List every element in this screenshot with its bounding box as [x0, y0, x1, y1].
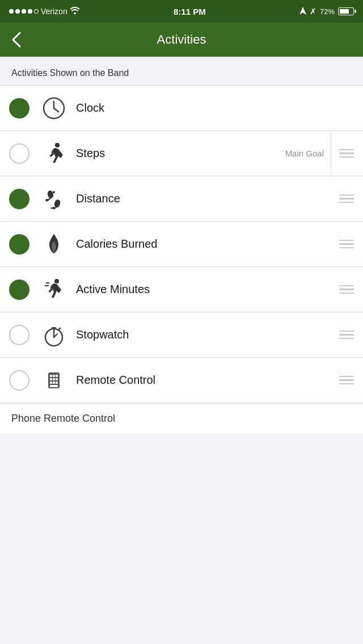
bluetooth-icon: ✗	[310, 7, 316, 16]
svg-rect-27	[56, 378, 58, 380]
drag-line-1	[339, 331, 354, 332]
svg-rect-29	[53, 382, 55, 384]
activity-row-remote-control: Remote Control	[0, 358, 363, 403]
activity-row-distance: Distance	[0, 176, 363, 222]
activity-row-clock: Clock	[0, 86, 363, 131]
drag-line-3	[339, 293, 354, 294]
steps-drag-handle[interactable]	[339, 149, 354, 158]
steps-divider	[331, 131, 331, 176]
distance-icon	[39, 184, 69, 214]
clock-icon	[39, 93, 69, 124]
toggle-clock[interactable]	[9, 98, 29, 118]
signal-dots	[9, 9, 39, 14]
activity-name-active-minutes: Active Minutes	[76, 283, 339, 296]
nav-bar: Activities	[0, 23, 363, 57]
active-minutes-drag-handle[interactable]	[339, 285, 354, 294]
toggle-active-minutes[interactable]	[9, 279, 29, 300]
steps-icon	[39, 138, 69, 169]
activity-name-remote-control: Remote Control	[76, 374, 339, 387]
status-right: ✗ 72%	[299, 7, 354, 16]
calories-drag-handle[interactable]	[339, 240, 354, 249]
svg-line-3	[54, 108, 58, 112]
svg-line-19	[58, 328, 60, 330]
drag-line-1	[339, 376, 354, 378]
activity-name-stopwatch: Stopwatch	[76, 328, 339, 341]
signal-dot-3	[22, 9, 26, 14]
toggle-calories[interactable]	[9, 234, 29, 255]
activity-name-calories: Calories Burned	[76, 238, 339, 251]
status-time: 8:11 PM	[174, 7, 206, 16]
location-icon	[299, 7, 306, 16]
toggle-stopwatch[interactable]	[9, 325, 29, 345]
svg-rect-31	[50, 385, 58, 387]
svg-rect-22	[50, 375, 52, 377]
activity-name-clock: Clock	[76, 101, 354, 115]
back-button[interactable]	[11, 27, 26, 53]
svg-rect-24	[56, 375, 58, 377]
battery-percent: 72%	[320, 7, 335, 16]
activity-row-steps: Steps Main Goal	[0, 131, 363, 176]
drag-line-2	[339, 289, 354, 290]
drag-line-3	[339, 338, 354, 340]
drag-line-2	[339, 152, 354, 154]
toggle-steps[interactable]	[9, 143, 29, 164]
drag-line-2	[339, 379, 354, 381]
bottom-partial-text: Phone Remote Control	[0, 403, 363, 434]
activity-name-steps: Steps	[76, 147, 285, 160]
stopwatch-drag-handle[interactable]	[339, 331, 354, 340]
battery-fill	[340, 9, 349, 14]
svg-rect-26	[53, 378, 55, 380]
toggle-distance[interactable]	[9, 189, 29, 209]
battery-icon-container	[338, 7, 354, 15]
svg-point-12	[51, 207, 53, 209]
drag-line-2	[339, 198, 354, 200]
signal-dot-5	[34, 9, 39, 14]
status-bar: Verizon 8:11 PM ✗ 72%	[0, 0, 363, 23]
drag-line-1	[339, 285, 354, 287]
activity-row-active-minutes: Active Minutes	[0, 267, 363, 312]
drag-line-3	[339, 156, 354, 158]
active-minutes-icon	[39, 274, 69, 305]
stopwatch-icon	[39, 320, 69, 350]
activity-row-calories: Calories Burned	[0, 222, 363, 267]
svg-rect-25	[50, 378, 52, 380]
activity-name-distance: Distance	[76, 192, 339, 205]
page-title: Activities	[157, 32, 206, 47]
signal-dot-4	[28, 9, 32, 14]
drag-line-1	[339, 194, 354, 196]
svg-rect-23	[53, 375, 55, 377]
main-goal-label: Main Goal	[285, 149, 324, 158]
activity-row-stopwatch: Stopwatch	[0, 312, 363, 358]
svg-point-0	[74, 12, 76, 14]
battery-icon	[338, 7, 354, 15]
activities-list: Clock Steps Main Goal	[0, 85, 363, 403]
svg-rect-28	[50, 382, 52, 384]
wifi-icon	[70, 6, 80, 16]
drag-line-1	[339, 149, 354, 151]
section-header: Activities Shown on the Band	[0, 57, 363, 85]
svg-point-5	[47, 189, 54, 198]
drag-line-3	[339, 247, 354, 249]
drag-line-2	[339, 334, 354, 336]
calories-icon	[39, 229, 69, 260]
drag-line-1	[339, 240, 354, 242]
remote-control-icon	[39, 365, 69, 396]
carrier-label: Verizon	[41, 7, 67, 16]
drag-line-3	[339, 383, 354, 385]
toggle-remote-control[interactable]	[9, 370, 29, 391]
svg-rect-30	[56, 382, 58, 384]
svg-point-8	[53, 198, 61, 207]
signal-dot-1	[9, 9, 14, 14]
remote-control-drag-handle[interactable]	[339, 376, 354, 385]
svg-point-4	[55, 143, 60, 147]
status-left: Verizon	[9, 6, 80, 16]
drag-line-3	[339, 202, 354, 204]
drag-line-2	[339, 243, 354, 245]
svg-point-13	[54, 279, 59, 283]
signal-dot-2	[15, 9, 20, 14]
distance-drag-handle[interactable]	[339, 194, 354, 204]
svg-point-11	[53, 191, 55, 193]
